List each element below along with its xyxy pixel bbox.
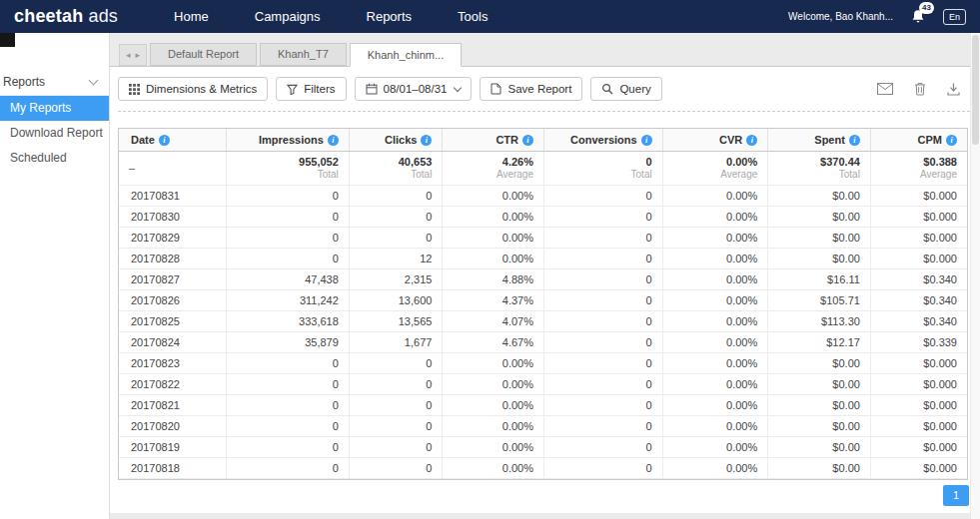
notifications-button[interactable]: 43 bbox=[911, 9, 925, 24]
totals-row: – 955,052Total 40,653Total 4.26%Average … bbox=[119, 152, 967, 186]
scrollbar-thumb[interactable] bbox=[972, 35, 979, 145]
date-cell: 20170826 bbox=[119, 290, 227, 311]
value-cell: 0 bbox=[349, 395, 443, 416]
value-cell: $0.00 bbox=[768, 228, 871, 249]
col-label: CVR bbox=[719, 134, 742, 146]
date-range-button[interactable]: 08/01–08/31 bbox=[355, 77, 473, 101]
value-cell: 12 bbox=[349, 249, 443, 269]
scrollbar[interactable] bbox=[970, 33, 980, 519]
info-icon[interactable]: i bbox=[522, 135, 533, 146]
col-header-clicks[interactable]: Clicksi bbox=[349, 129, 443, 152]
value-cell: 0 bbox=[543, 416, 662, 437]
value-cell: 0 bbox=[543, 207, 662, 228]
date-cell: 20170825 bbox=[119, 311, 227, 332]
col-header-impressions[interactable]: Impressionsi bbox=[227, 129, 350, 152]
sidebar-item-my-reports[interactable]: My Reports bbox=[0, 96, 109, 121]
col-header-spent[interactable]: Spenti bbox=[768, 129, 871, 152]
value-cell: 0.00% bbox=[662, 186, 768, 207]
info-icon[interactable]: i bbox=[159, 135, 170, 146]
value-cell: 47,438 bbox=[227, 269, 350, 290]
totals-date-cell: – bbox=[119, 152, 227, 186]
filter-icon bbox=[287, 84, 298, 95]
sidebar-item-scheduled[interactable]: Scheduled bbox=[0, 146, 109, 171]
tab-khanh-chinm[interactable]: Khanh_chinm... bbox=[350, 43, 462, 67]
col-header-date[interactable]: Datei bbox=[119, 129, 227, 152]
sidebar-section-reports[interactable]: Reports bbox=[0, 69, 109, 96]
col-label: CTR bbox=[495, 134, 518, 146]
value-cell: 0 bbox=[543, 311, 662, 332]
value-cell: $0.000 bbox=[870, 437, 967, 458]
value-cell: $0.000 bbox=[870, 207, 967, 228]
date-cell: 20170822 bbox=[119, 374, 227, 395]
value-cell: $0.340 bbox=[870, 269, 967, 290]
value-cell: $0.00 bbox=[768, 207, 871, 228]
col-header-cpm[interactable]: CPMi bbox=[870, 129, 967, 152]
value-cell: $0.00 bbox=[768, 186, 871, 207]
chevron-down-icon bbox=[454, 83, 462, 91]
value-cell: $0.00 bbox=[768, 374, 871, 395]
brand-logo[interactable]: cheetahads bbox=[14, 6, 118, 27]
col-header-conversions[interactable]: Conversionsi bbox=[543, 129, 662, 152]
value-cell: $113.30 bbox=[768, 311, 871, 332]
brand-light: ads bbox=[88, 6, 118, 26]
value-cell: $0.000 bbox=[870, 353, 967, 374]
welcome-user-menu[interactable]: Welcome, Bao Khanh... bbox=[788, 11, 893, 22]
nav-home[interactable]: Home bbox=[174, 9, 209, 24]
tab-scroll-left-icon[interactable]: ◂ bbox=[126, 50, 131, 60]
grid-icon bbox=[129, 84, 140, 95]
date-cell: 20170829 bbox=[119, 228, 227, 249]
info-icon[interactable]: i bbox=[421, 135, 432, 146]
sidebar-item-download-report[interactable]: Download Report bbox=[0, 121, 109, 146]
query-button[interactable]: Query bbox=[590, 77, 661, 101]
value-cell: 0.00% bbox=[443, 186, 544, 207]
value-cell: 0 bbox=[543, 374, 662, 395]
info-icon[interactable]: i bbox=[946, 135, 957, 146]
totals-cell: 955,052Total bbox=[227, 152, 350, 186]
table-header-row: Datei Impressionsi Clicksi CTRi Conversi… bbox=[119, 129, 967, 152]
table-row: 20170820000.00%00.00%$0.00$0.000 bbox=[119, 416, 967, 437]
totals-cell: $370.44Total bbox=[768, 152, 871, 186]
date-cell: 20170818 bbox=[119, 458, 227, 479]
value-cell: 0 bbox=[227, 395, 350, 416]
info-icon[interactable]: i bbox=[328, 135, 339, 146]
tab-khanh-t7[interactable]: Khanh_T7 bbox=[260, 43, 347, 66]
table-row: 20170830000.00%00.00%$0.00$0.000 bbox=[119, 207, 967, 228]
download-icon[interactable] bbox=[947, 83, 960, 96]
value-cell: $16.11 bbox=[768, 269, 871, 290]
value-cell: 0 bbox=[543, 228, 662, 249]
report-table: Datei Impressionsi Clicksi CTRi Conversi… bbox=[118, 128, 968, 480]
value-cell: 0.00% bbox=[443, 228, 544, 249]
value-cell: $0.000 bbox=[870, 249, 967, 269]
col-label: Clicks bbox=[385, 134, 417, 146]
info-icon[interactable]: i bbox=[641, 135, 652, 146]
col-label: Conversions bbox=[570, 134, 637, 146]
table-row: 20170822000.00%00.00%$0.00$0.000 bbox=[119, 374, 967, 395]
value-cell: 0.00% bbox=[662, 249, 768, 269]
dimensions-metrics-button[interactable]: Dimensions & Metrics bbox=[118, 77, 268, 101]
pagination-page-1[interactable]: 1 bbox=[943, 485, 969, 506]
mail-icon[interactable] bbox=[877, 83, 893, 95]
nav-campaigns[interactable]: Campaigns bbox=[255, 9, 321, 24]
info-icon[interactable]: i bbox=[849, 135, 860, 146]
totals-cell: $0.388Average bbox=[870, 152, 967, 186]
value-cell: 0 bbox=[227, 437, 350, 458]
nav-reports[interactable]: Reports bbox=[367, 9, 413, 24]
trash-icon[interactable] bbox=[914, 82, 926, 96]
value-cell: 0 bbox=[227, 249, 350, 269]
info-icon[interactable]: i bbox=[746, 135, 757, 146]
toolbar-right-icons bbox=[877, 82, 970, 96]
col-label: Spent bbox=[814, 134, 845, 146]
save-report-button[interactable]: Save Report bbox=[480, 77, 582, 101]
tab-scroll-right-icon[interactable]: ▸ bbox=[136, 50, 141, 60]
col-header-cvr[interactable]: CVRi bbox=[662, 129, 768, 152]
language-selector[interactable]: En bbox=[943, 9, 966, 25]
value-cell: $12.17 bbox=[768, 332, 871, 353]
nav-tools[interactable]: Tools bbox=[458, 9, 488, 24]
sidebar-toggle[interactable] bbox=[0, 33, 15, 47]
value-cell: 0.00% bbox=[443, 249, 544, 269]
col-header-ctr[interactable]: CTRi bbox=[443, 129, 544, 152]
tab-default-report[interactable]: Default Report bbox=[150, 43, 257, 66]
value-cell: $0.00 bbox=[768, 353, 871, 374]
filters-button[interactable]: Filters bbox=[276, 77, 346, 101]
tab-scroll-buttons[interactable]: ◂ ▸ bbox=[119, 44, 147, 66]
